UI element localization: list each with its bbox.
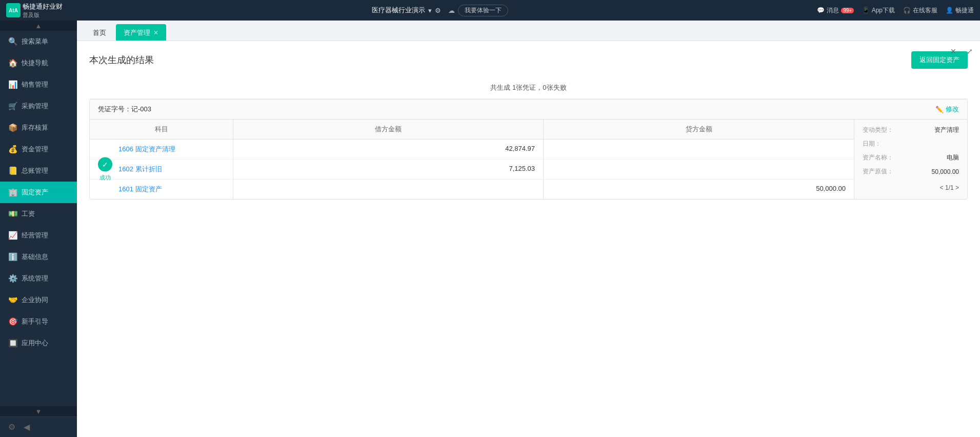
page-content: ✕ ⤢ 本次生成的结果 返回固定资产 共生成 1张凭证，0张失败 凭证字号：记-… (77, 41, 980, 437)
next-icon[interactable]: > (955, 184, 959, 191)
collapse-icon[interactable]: ◀ (24, 422, 30, 432)
messages-btn[interactable]: 💬 消息 99+ (817, 6, 853, 15)
panel-controls: ✕ ⤢ (947, 45, 976, 57)
logo-title: 畅捷通好业财 (23, 2, 63, 11)
sidebar-label-operations: 经营管理 (22, 231, 48, 240)
main-layout: ▲ 🔍 搜索菜单 🏠 快捷导航 📊 销售管理 🛒 采购管理 📦 库存核算 (0, 21, 980, 437)
online-service-btn[interactable]: 🎧 在线客服 (903, 6, 937, 15)
edit-label: 修改 (946, 105, 959, 114)
edit-icon: ✏️ (935, 106, 944, 113)
sidebar-label-ledger: 总账管理 (22, 166, 48, 175)
sidebar-label-purchase: 采购管理 (22, 102, 48, 111)
sidebar-item-system[interactable]: ⚙️ 系统管理 (0, 268, 77, 289)
row3-debit (233, 180, 544, 199)
side-panel-pagination[interactable]: < 1/1 > (863, 184, 959, 191)
sidebar-item-payroll[interactable]: 💵 工资 (0, 203, 77, 225)
asset-name-label: 资产名称： (863, 153, 893, 162)
panel-expand-btn[interactable]: ⤢ (964, 45, 976, 57)
table-header: 科目 借方金额 贷方金额 (90, 120, 854, 140)
sidebar-item-enterprise[interactable]: 🤝 企业协同 (0, 289, 77, 311)
sidebar-scroll-down[interactable]: ▼ (0, 406, 77, 416)
voucher-body: 科目 借方金额 贷方金额 ✓ 成功 (90, 120, 967, 199)
side-panel: 变动类型： 资产清理 日期： 资产名称： 电脑 资产原值： (854, 120, 967, 199)
help-icon: ☁ (448, 7, 455, 14)
sidebar-item-purchase[interactable]: 🛒 采购管理 (0, 95, 77, 117)
col-debit: 借方金额 (233, 120, 544, 139)
side-panel-date: 日期： (863, 140, 959, 148)
company-name[interactable]: 医疗器械行业演示 (372, 6, 425, 15)
sidebar-item-search[interactable]: 🔍 搜索菜单 (0, 31, 77, 52)
tab-home[interactable]: 首页 (85, 24, 114, 41)
sidebar-item-guide[interactable]: 🎯 新手引导 (0, 311, 77, 332)
edit-btn[interactable]: ✏️ 修改 (935, 105, 959, 114)
sidebar-item-sales[interactable]: 📊 销售管理 (0, 74, 77, 95)
col-subject: 科目 (90, 120, 233, 139)
app-center-icon: 🔲 (8, 339, 17, 348)
sidebar-item-fixed-assets[interactable]: 🏢 固定资产 (0, 182, 77, 203)
row2-credit (544, 160, 854, 179)
sidebar-label-search: 搜索菜单 (22, 37, 48, 46)
operations-icon: 📈 (8, 231, 17, 240)
basic-info-icon: ℹ️ (8, 252, 17, 262)
sidebar-label-payroll: 工资 (22, 209, 35, 218)
sidebar-item-inventory[interactable]: 📦 库存核算 (0, 117, 77, 138)
guide-icon: 🎯 (8, 317, 17, 326)
messages-label: 消息 (827, 6, 839, 15)
help-btn[interactable]: 我要体验一下 (458, 5, 508, 16)
row2-debit: 7,125.03 (233, 160, 544, 179)
row3-credit: 50,000.00 (544, 180, 854, 199)
sidebar-label-funds: 资金管理 (22, 145, 48, 154)
sidebar-item-ledger[interactable]: 📒 总账管理 (0, 160, 77, 182)
fixed-assets-icon: 🏢 (8, 188, 17, 197)
sidebar-item-operations[interactable]: 📈 经营管理 (0, 225, 77, 246)
side-panel-change-type: 变动类型： 资产清理 (863, 126, 959, 134)
original-value-label: 资产原值： (863, 167, 893, 176)
dropdown-icon[interactable]: ▾ (428, 7, 432, 14)
success-indicator: ✓ 成功 (98, 157, 112, 182)
table-row: 1601 固定资产 50,000.00 (90, 180, 854, 199)
page-header: 本次生成的结果 返回固定资产 (89, 51, 968, 69)
sidebar-item-funds[interactable]: 💰 资金管理 (0, 138, 77, 160)
logo-icon: AtA (6, 3, 21, 17)
sales-icon: 📊 (8, 80, 17, 89)
user-avatar[interactable]: 👤 畅捷通 (946, 6, 974, 15)
change-type-label: 变动类型： (863, 126, 893, 134)
home-icon: 🏠 (8, 58, 17, 68)
original-value-value: 50,000.00 (932, 168, 959, 175)
service-icon: 🎧 (903, 7, 911, 14)
table-row: 1606 固定资产清理 42,874.97 (90, 140, 854, 160)
avatar-icon: 👤 (946, 7, 953, 14)
message-badge: 99+ (841, 8, 853, 13)
panel-close-btn[interactable]: ✕ (947, 45, 959, 57)
topbar: AtA 畅捷通好业财 普及版 医疗器械行业演示 ▾ ⚙ ☁ 我要体验一下 💬 消… (0, 0, 980, 21)
app-download-btn[interactable]: 📱 App下载 (862, 6, 895, 15)
sidebar: ▲ 🔍 搜索菜单 🏠 快捷导航 📊 销售管理 🛒 采购管理 📦 库存核算 (0, 21, 77, 437)
page-title: 本次生成的结果 (89, 54, 154, 66)
tab-close-btn[interactable]: ✕ (153, 29, 158, 36)
content-area: 首页 资产管理 ✕ ✕ ⤢ 本次生成的结果 返回固定资产 共生成 1张凭证，0张… (77, 21, 980, 437)
sidebar-label-app-center: 应用中心 (22, 339, 48, 348)
download-icon: 📱 (862, 7, 870, 14)
sidebar-item-quick-nav[interactable]: 🏠 快捷导航 (0, 52, 77, 74)
sidebar-item-app-center[interactable]: 🔲 应用中心 (0, 332, 77, 354)
sidebar-item-basic-info[interactable]: ℹ️ 基础信息 (0, 246, 77, 268)
asset-name-value: 电脑 (947, 153, 959, 162)
table-body: ✓ 成功 1606 固定资产清理 42,874.97 (90, 140, 854, 199)
date-label: 日期： (863, 140, 881, 148)
purchase-icon: 🛒 (8, 102, 17, 111)
pagination-text: 1/1 (945, 184, 955, 191)
row1-debit: 42,874.97 (233, 140, 544, 159)
side-panel-asset-name: 资产名称： 电脑 (863, 153, 959, 162)
gear-icon[interactable]: ⚙ (435, 7, 441, 14)
tab-asset-management[interactable]: 资产管理 ✕ (116, 24, 166, 41)
settings-icon[interactable]: ⚙ (8, 422, 15, 432)
voucher-section: 凭证字号：记-003 ✏️ 修改 科目 借方金额 贷方金额 (89, 99, 968, 200)
sidebar-label-sales: 销售管理 (22, 80, 48, 89)
app-logo: AtA 畅捷通好业财 普及版 (6, 2, 63, 19)
prev-icon[interactable]: < (940, 184, 944, 191)
sidebar-scroll-up[interactable]: ▲ (0, 21, 77, 31)
voucher-table: 科目 借方金额 贷方金额 ✓ 成功 (90, 120, 854, 199)
ledger-icon: 📒 (8, 166, 17, 175)
funds-icon: 💰 (8, 145, 17, 154)
table-row: 1602 累计折旧 7,125.03 (90, 160, 854, 180)
